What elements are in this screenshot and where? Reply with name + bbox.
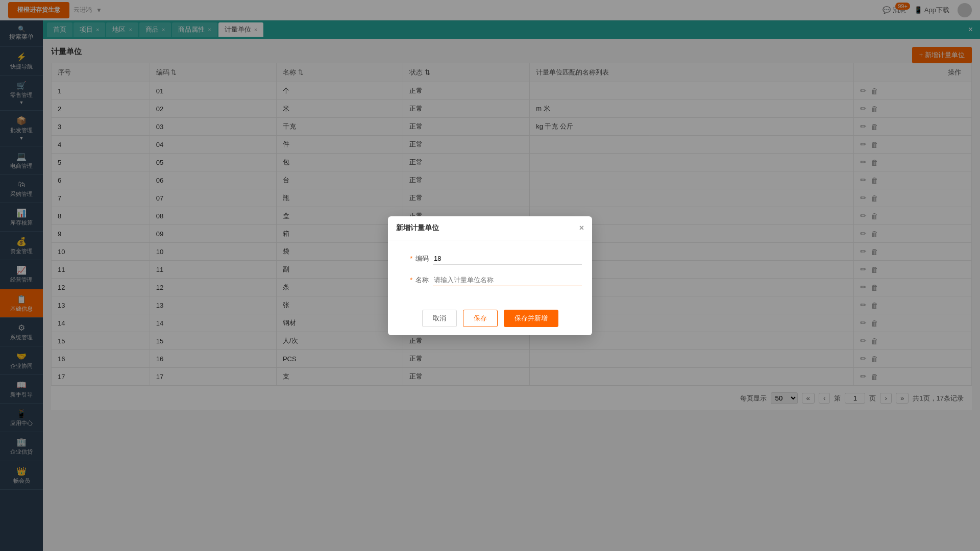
- name-required-star: *: [410, 276, 412, 284]
- modal-overlay[interactable]: 新增计量单位 × * 编码 * 名称 取消 保存 保存并新增: [0, 0, 980, 551]
- code-input[interactable]: [433, 253, 582, 265]
- modal-footer: 取消 保存 保存并新增: [388, 304, 592, 335]
- code-label: * 编码: [398, 254, 429, 263]
- name-input[interactable]: [433, 274, 582, 286]
- save-and-new-button[interactable]: 保存并新增: [504, 310, 558, 327]
- modal-title: 新增计量单位: [396, 223, 439, 233]
- form-row-name: * 名称: [398, 274, 582, 286]
- cancel-button[interactable]: 取消: [422, 310, 457, 327]
- add-unit-modal: 新增计量单位 × * 编码 * 名称 取消 保存 保存并新增: [388, 216, 592, 335]
- modal-body: * 编码 * 名称: [388, 240, 592, 304]
- name-label: * 名称: [398, 276, 429, 285]
- save-button[interactable]: 保存: [463, 310, 498, 327]
- code-required-star: *: [410, 255, 412, 262]
- modal-header: 新增计量单位 ×: [388, 216, 592, 240]
- modal-close-button[interactable]: ×: [579, 223, 584, 233]
- form-row-code: * 编码: [398, 253, 582, 265]
